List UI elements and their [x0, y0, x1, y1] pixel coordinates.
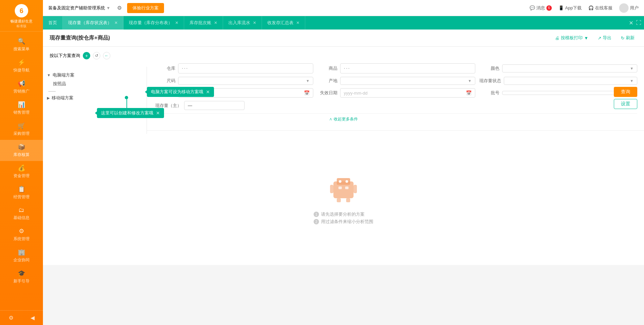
exp-date-cal-icon: 📅 [466, 90, 472, 96]
tab-inventory-dist[interactable]: 现存量（库存分布表） ✕ [123, 16, 184, 30]
scheme-group-mobile[interactable]: ▶ 移动端方案 [43, 94, 147, 102]
tab-inventory-dist-label: 现存量（库存分布表） [129, 20, 172, 26]
search-icon: 🔍 [18, 38, 25, 45]
scheme-item-goods-label: 按照品 [53, 81, 66, 87]
tab-close-inout[interactable]: ✕ [253, 20, 256, 25]
query-button[interactable]: 查询 [614, 87, 637, 97]
color-label: 颜色 [479, 65, 499, 71]
exp-date-input[interactable]: yyyy-mm-dd 📅 [340, 88, 475, 98]
scheme-tree: ▼ 电脑端方案 按照品 —— ▶ 移动端方案 [43, 71, 147, 106]
stock-main-input[interactable]: — [184, 101, 245, 110]
stock-main-dash: — [188, 103, 192, 108]
message-item[interactable]: 💬 消息 6 [530, 5, 552, 11]
tooltip-create-scheme: 这里可以创建和修改方案哦 ✕ [97, 108, 164, 118]
marketing-icon: 📢 [18, 80, 25, 87]
sidebar-label-inventory: 库存核算 [13, 152, 30, 158]
sidebar-item-enterprise[interactable]: 🏢 企业协同 [0, 245, 43, 266]
sidebar-item-system[interactable]: ⚙ 系统管理 [0, 224, 43, 245]
collapse-footer-icon[interactable]: ◀ [31, 315, 35, 321]
sidebar-item-finance[interactable]: 💰 资金管理 [0, 161, 43, 182]
system-selector[interactable]: 装备及固定资产辅助管理系统 ▼ [48, 5, 110, 11]
sidebar-label-search: 搜索菜单 [13, 46, 30, 52]
sidebar-label-base: 基础信息 [13, 215, 30, 221]
scheme-item-goods[interactable]: 按照品 [43, 79, 147, 88]
message-icon: 💬 [530, 5, 535, 10]
tab-collect[interactable]: 收发存汇总表 ✕ [262, 16, 305, 30]
tooltip2-close-button[interactable]: ✕ [156, 110, 160, 116]
tooltip2-text: 这里可以创建和修改方案哦 [101, 110, 153, 116]
svg-rect-5 [345, 186, 348, 189]
sidebar-item-marketing[interactable]: 📢 营销推广 [0, 76, 43, 98]
tab-expand-icon[interactable]: ⛶ [636, 20, 641, 26]
header-settings-icon[interactable]: ⚙ [117, 5, 122, 11]
filter-add-button[interactable]: + [83, 52, 90, 59]
size-input[interactable]: ▼ [178, 77, 313, 85]
origin-input[interactable]: ▼ [340, 77, 475, 85]
trial-button[interactable]: 体验行业方案 [127, 3, 164, 13]
empty-tip-2: 2 用过滤条件来缩小分析范围 [314, 219, 373, 225]
page-title: 现存量查询(按仓库+商品) [50, 35, 110, 42]
filter-title: 按以下方案查询 [50, 53, 80, 59]
empty-tip-1: 1 请先选择要分析的方案 [314, 211, 373, 217]
svg-point-3 [345, 180, 348, 183]
origin-label: 产地 [317, 78, 337, 84]
support-item[interactable]: 🎧 在线客服 [588, 5, 612, 11]
sidebar-item-purchase[interactable]: 🛒 采购管理 [0, 119, 43, 140]
app-download-item[interactable]: 📱 App下载 [558, 5, 582, 11]
empty-state-container: 1 请先选择要分析的方案 2 用过滤条件来缩小分析范围 [43, 131, 644, 265]
tab-inout-label: 出入库流水 [228, 20, 250, 26]
tab-home[interactable]: 首页 [43, 16, 63, 30]
purchase-icon: 🛒 [18, 122, 25, 129]
display-setting-button[interactable]: 设置 [614, 99, 637, 109]
warehouse-input[interactable]: ··· [178, 63, 313, 73]
export-button[interactable]: ↗ 导出 [595, 34, 614, 42]
sidebar-item-search[interactable]: 🔍 搜索菜单 [0, 34, 43, 55]
goods-dots: ··· [344, 65, 350, 71]
sidebar-item-inventory[interactable]: 📦 库存核算 [0, 140, 43, 161]
tab-close-all-icon[interactable]: ✕ [629, 20, 633, 26]
color-field: 颜色 ▼ [479, 63, 637, 73]
origin-field: 产地 ▼ [317, 77, 475, 85]
empty-tips-list: 1 请先选择要分析的方案 2 用过滤条件来缩小分析范围 [314, 210, 373, 226]
size-field: 尺码 ▼ [155, 77, 313, 85]
tab-bar: 首页 现存量（库存状况表） ✕ 现存量（库存分布表） ✕ 库存批次账 ✕ 出入库… [43, 16, 644, 30]
scheme-group-desktop[interactable]: ▼ 电脑端方案 [43, 71, 147, 79]
sidebar-item-sales[interactable]: 📊 销售管理 [0, 98, 43, 119]
refresh-button[interactable]: ↻ 刷新 [618, 34, 637, 42]
tab-close-collect[interactable]: ✕ [296, 20, 300, 25]
print-button[interactable]: 🖨 按模板打印 ▼ [552, 34, 591, 42]
user-item[interactable]: 用户 [619, 3, 639, 13]
message-badge: 6 [546, 5, 552, 11]
tab-close-inventory-dist[interactable]: ✕ [175, 20, 178, 25]
sidebar-item-base[interactable]: 🗂 基础信息 [0, 203, 43, 224]
sidebar-item-quick[interactable]: ⚡ 快捷导航 [0, 55, 43, 76]
tab-inventory-status[interactable]: 现存量（库存状况表） ✕ [63, 16, 123, 30]
guide-icon: 🎓 [18, 270, 25, 277]
goods-input[interactable]: ··· [340, 63, 475, 73]
tab-bar-end: ✕ ⛶ [629, 16, 644, 30]
filter-back-button[interactable]: ← [103, 52, 110, 59]
enterprise-icon: 🏢 [18, 249, 25, 256]
tooltip1-close-button[interactable]: ✕ [206, 89, 210, 95]
empty-illustration [327, 170, 360, 203]
settings-footer-icon[interactable]: ⚙ [9, 315, 13, 321]
tree-arrow-icon: ▼ [47, 73, 51, 77]
sidebar-label-finance: 资金管理 [13, 173, 30, 179]
sidebar-item-operation[interactable]: 📋 经营管理 [0, 182, 43, 203]
export-label: 导出 [603, 35, 611, 41]
print-arrow-icon: ▼ [584, 36, 588, 41]
color-dropdown-arrow: ▼ [630, 66, 634, 70]
support-label: 在线客服 [595, 5, 612, 11]
collapse-label: ∧ 收起更多条件 [329, 117, 358, 121]
sidebar-label-enterprise: 企业协同 [13, 257, 30, 263]
tab-batch[interactable]: 库存批次账 ✕ [184, 16, 223, 30]
tab-close-inventory-status[interactable]: ✕ [114, 20, 118, 25]
sidebar-item-guide[interactable]: 🎓 新手引导 [0, 266, 43, 287]
color-input[interactable]: ▼ [502, 64, 637, 72]
tab-collect-label: 收发存汇总表 [267, 20, 293, 26]
svg-rect-7 [354, 185, 357, 193]
tab-close-batch[interactable]: ✕ [214, 20, 217, 25]
stock-status-input[interactable]: ▼ [504, 77, 637, 85]
tab-inout[interactable]: 出入库流水 ✕ [223, 16, 262, 30]
filter-refresh-button[interactable]: ↺ [93, 52, 100, 59]
